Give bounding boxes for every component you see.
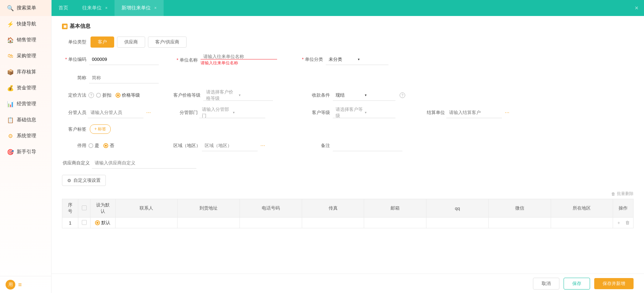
payment-select[interactable]: 现结 ▾ xyxy=(333,90,395,101)
payment-label: 收款条件 xyxy=(306,92,330,98)
sidebar-item-sales[interactable]: 🏠 销售管理 xyxy=(0,32,51,48)
sidebar-item-basic-info[interactable]: 📋 基础信息 xyxy=(0,112,51,128)
inventory-icon: 📦 xyxy=(7,68,14,75)
name-label: 单位名称 xyxy=(173,57,198,63)
disable-no-option[interactable]: 否 xyxy=(103,143,114,149)
row-default-radio[interactable]: 默认 xyxy=(94,220,112,226)
type-btn-both[interactable]: 客户/供应商 xyxy=(148,36,187,48)
sidebar-item-new-guide[interactable]: 🎯 新手引导 xyxy=(0,144,51,160)
settlement-more-icon[interactable]: ··· xyxy=(503,109,511,116)
table-header: 序号 设为默认 联系人 到货地址 电话号码 传真 邮箱 qq 微信 所在地区 操… xyxy=(62,199,634,218)
tabs-bar: 首页 往来单位 × 新增往来单位 × × xyxy=(52,0,644,16)
dept-select[interactable]: 请输入分管部门 ▾ xyxy=(199,107,265,118)
row-action: ＋ 🗑 xyxy=(613,218,634,228)
row-region[interactable] xyxy=(551,218,613,228)
type-btn-supplier[interactable]: 供应商 xyxy=(117,36,145,48)
customer-level-select[interactable]: 请选择客户等级 ▾ xyxy=(333,107,395,118)
sidebar-label-finance: 资金管理 xyxy=(17,85,36,91)
sidebar-item-search[interactable]: 🔍 搜索菜单 xyxy=(0,0,51,16)
tab-new-contact[interactable]: 新增往来单位 × xyxy=(115,0,164,16)
form-content: ▣ 基本信息 单位类型 客户 供应商 客户/供应商 单位编码 单位名称 xyxy=(52,16,644,274)
tab-new-contact-label: 新增往来单位 xyxy=(121,5,151,11)
contact-input[interactable] xyxy=(119,220,174,226)
supplier-custom-input[interactable] xyxy=(92,157,196,169)
email-input[interactable] xyxy=(368,220,423,226)
phone-input[interactable] xyxy=(243,220,298,226)
close-all-tabs-button[interactable]: × xyxy=(635,5,638,12)
pricing-label: 定价方法 xyxy=(62,92,86,98)
payment-help-icon[interactable]: ? xyxy=(400,92,405,98)
row-qq[interactable] xyxy=(426,218,489,228)
operations-icon: 📊 xyxy=(7,100,14,107)
manager-more-icon[interactable]: ··· xyxy=(145,109,152,116)
note-input[interactable] xyxy=(333,140,402,151)
user-avatar: 用 xyxy=(6,280,15,290)
col-phone: 电话号码 xyxy=(240,199,302,218)
cancel-button[interactable]: 取消 xyxy=(533,278,559,290)
abbr-input[interactable] xyxy=(89,72,159,83)
row-add-icon[interactable]: ＋ xyxy=(616,220,621,225)
save-add-button[interactable]: 保存并新增 xyxy=(594,278,634,289)
sidebar-item-inventory[interactable]: 📦 库存核算 xyxy=(0,64,51,80)
abbr-field: 简称 xyxy=(62,72,166,83)
name-input[interactable] xyxy=(201,54,277,59)
batch-delete-area: 🗑 批量删除 xyxy=(62,191,634,197)
manager-field: 分管人员 ··· xyxy=(62,107,166,118)
save-button[interactable]: 保存 xyxy=(564,278,590,290)
manager-input[interactable] xyxy=(88,107,143,118)
region-input[interactable] xyxy=(202,140,258,151)
pricing-row: 定价方法 ? 折扣 价格等级 客户价格等级 请选择客户价格等级 xyxy=(62,90,634,101)
col-check xyxy=(78,199,91,218)
row-wechat[interactable] xyxy=(488,218,551,228)
tab-contacts-close[interactable]: × xyxy=(105,6,108,10)
tab-home[interactable]: 首页 xyxy=(52,0,75,16)
payment-field: 收款条件 现结 ▾ ? xyxy=(306,90,417,101)
row-email[interactable] xyxy=(364,218,426,228)
customer-level-field: 客户等级 请选择客户等级 ▾ xyxy=(306,107,417,118)
region-table-input[interactable] xyxy=(555,220,610,226)
price-level-select[interactable]: 请选择客户价格等级 ▾ xyxy=(203,90,273,101)
wechat-input[interactable] xyxy=(492,220,547,226)
custom-settings-button[interactable]: ⚙ 自定义项设置 xyxy=(62,175,106,186)
row-checkbox[interactable] xyxy=(82,220,87,225)
section-title-text: 基本信息 xyxy=(70,23,91,30)
tab-contacts[interactable]: 往来单位 × xyxy=(75,0,115,16)
type-btn-customer[interactable]: 客户 xyxy=(91,36,114,48)
sidebar-label-operations: 经营管理 xyxy=(17,101,36,107)
sidebar-item-purchase[interactable]: 🛍 采购管理 xyxy=(0,48,51,64)
sidebar-item-quick-nav[interactable]: ⚡ 快捷导航 xyxy=(0,16,51,32)
tab-new-contact-close[interactable]: × xyxy=(154,6,157,10)
row-address[interactable] xyxy=(178,218,240,228)
col-region: 所在地区 xyxy=(551,199,613,218)
row-contact[interactable] xyxy=(115,218,178,228)
pricing-help-icon[interactable]: ? xyxy=(88,92,94,98)
pricing-discount-option[interactable]: 折扣 xyxy=(96,92,111,98)
sidebar-item-finance[interactable]: 💰 资金管理 xyxy=(0,80,51,96)
row-delete-icon[interactable]: 🗑 xyxy=(625,220,630,225)
pricing-price-level-option[interactable]: 价格等级 xyxy=(116,92,140,98)
category-select[interactable]: 未分类 ▾ xyxy=(326,54,388,65)
address-input[interactable] xyxy=(181,220,236,226)
dept-chevron-icon: ▾ xyxy=(233,111,262,114)
select-all-checkbox[interactable] xyxy=(82,205,87,210)
main-area: 首页 往来单位 × 新增往来单位 × × ▣ 基本信息 单位类型 客户 供应商 … xyxy=(52,0,644,293)
batch-delete-label[interactable]: 批量删除 xyxy=(617,191,634,197)
row-phone[interactable] xyxy=(240,218,302,228)
fax-input[interactable] xyxy=(306,220,361,226)
sidebar-label-sales: 销售管理 xyxy=(17,37,36,43)
qq-input[interactable] xyxy=(430,220,485,226)
finance-icon: 💰 xyxy=(7,84,14,91)
supplier-custom-label: 供应商自定义 xyxy=(62,160,90,166)
add-tag-button[interactable]: + 标签 xyxy=(90,124,111,134)
disable-region-row: 停用 是 否 区域（地区） ··· 备注 xyxy=(62,140,634,151)
region-more-icon[interactable]: ··· xyxy=(259,143,266,149)
name-error-msg: 请输入往来单位名称 xyxy=(201,60,277,66)
customer-level-chevron-icon: ▾ xyxy=(365,111,393,114)
row-fax[interactable] xyxy=(302,218,364,228)
disable-yes-option[interactable]: 是 xyxy=(88,143,99,149)
sidebar-item-system[interactable]: ⚙ 系统管理 xyxy=(0,128,51,144)
sidebar-item-operations[interactable]: 📊 经营管理 xyxy=(0,96,51,112)
settlement-input[interactable] xyxy=(446,107,502,118)
row-check xyxy=(78,218,91,228)
code-input[interactable] xyxy=(89,54,159,65)
